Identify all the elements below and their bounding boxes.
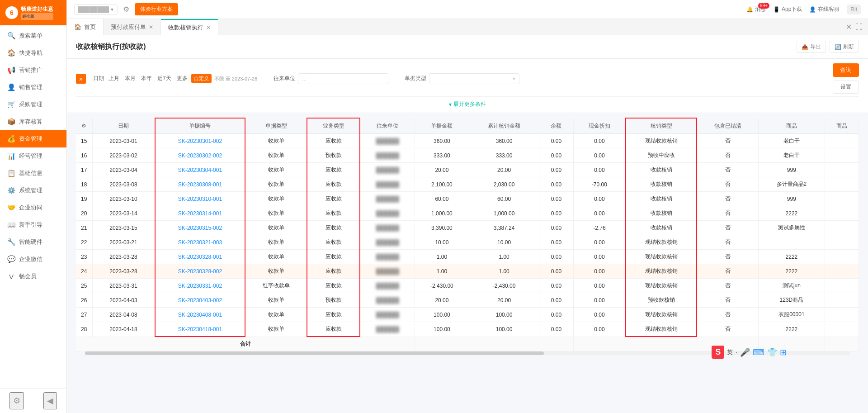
maximize-icon[interactable]: ⛶ [855,23,863,31]
cell-balance: 0.00 [539,163,573,177]
sidebar-item-purchase[interactable]: 🛒 采购管理 [0,96,66,113]
cell-biz-type: 应收款 [307,279,360,293]
cell-write-off-type: 收款核销 [626,192,697,206]
sidebar-item-sales[interactable]: 👤 销售管理 [0,79,66,96]
bill-no-link[interactable]: SK-20230315-002 [178,225,222,231]
cell-bill-type: 收款单 [245,206,307,221]
this-month-btn[interactable]: 本月 [123,74,137,83]
cell-balance: 0.00 [539,279,573,293]
sidebar-logo: 6 畅康道好生意 标推版 [0,0,66,25]
online-service-button[interactable]: 👤 在线客服 [809,5,840,13]
sidebar-item-marketing[interactable]: 📢 营销推广 [0,62,66,79]
cell-write-off-type: 现结收款核销 [626,134,697,148]
cell-total-amount: 1.00 [469,264,539,279]
expand-filter-button[interactable]: ▾ 展开更多条件 [76,96,859,108]
bill-no-link[interactable]: SK-20230304-001 [178,167,222,173]
cell-biz-type: 应收款 [307,264,360,279]
cell-product2 [825,250,859,264]
home-icon: 🏠 [7,49,15,57]
refresh-button[interactable]: 🔄 刷新 [830,41,859,53]
cell-bill-no: SK-20230321-003 [155,235,245,250]
module-selector[interactable]: ████████ ▾ [74,4,118,15]
last-7-days-btn[interactable]: 近7天 [156,74,173,83]
bill-no-link[interactable]: SK-20230301-002 [178,138,222,144]
settings-gear-icon[interactable]: ⚙ [123,5,129,14]
bill-no-link[interactable]: SK-20230321-003 [178,239,222,246]
tab-prepay[interactable]: 预付款应付单 ✕ [104,19,161,35]
custom-date-button[interactable]: 自定义 [191,74,212,83]
cell-discount: 0.00 [573,293,626,308]
sidebar-item-guide[interactable]: 📖 新手引导 [0,216,66,233]
table-row: 20 2023-03-14 SK-20230314-001 收款单 应收款 ██… [76,206,859,221]
cell-amount: -2,430.00 [415,279,469,293]
cell-write-off-type: 收款核销 [626,221,697,235]
more-date-btn[interactable]: 更多 [175,74,189,83]
sidebar-item-system[interactable]: ⚙️ 系统管理 [0,182,66,199]
last-month-btn[interactable]: 上月 [107,74,121,83]
bill-no-link[interactable]: SK-20230408-001 [178,312,222,318]
cell-date: 2023-03-08 [92,177,155,192]
sidebar-item-hardware[interactable]: 🔧 智能硬件 [0,233,66,251]
cell-included: 否 [697,293,758,308]
this-year-btn[interactable]: 本年 [139,74,154,83]
bill-no-link[interactable]: SK-20230403-002 [178,297,222,304]
tab-bar: 🏠 首页 预付款应付单 ✕ 收款核销执行 ✕ ✕ ⛶ [67,19,868,35]
app-download-button[interactable]: 📱 App下载 [773,5,802,13]
table-row: 25 2023-03-31 SK-20230331-002 红字收款单 应收款 … [76,279,859,293]
cell-biz-type: 应收款 [307,235,360,250]
filter-toggle-button[interactable]: » [76,74,86,84]
tab-close-collection[interactable]: ✕ [206,24,211,31]
data-table: ⚙ 日期 单据编号 单据类型 业务类型 往来单位 单据金额 累计核销金额 余额 … [76,118,859,351]
bill-no-link[interactable]: SK-20230331-002 [178,283,222,289]
bill-no-link[interactable]: SK-20230310-001 [178,196,222,202]
sidebar-item-operations[interactable]: 📊 经营管理 [0,147,66,165]
tab-home[interactable]: 🏠 首页 [67,19,104,35]
cell-bill-no: SK-20230310-001 [155,192,245,206]
cell-bill-no: SK-20230301-002 [155,134,245,148]
export-button[interactable]: 📤 导出 [797,41,826,53]
sidebar-item-member[interactable]: V 畅会员 [0,268,66,285]
cell-product2 [825,134,859,148]
cell-date: 2023-04-08 [92,308,155,322]
bill-no-link[interactable]: SK-20230314-001 [178,210,222,217]
bill-no-link[interactable]: SK-20230328-002 [178,268,222,275]
cell-product: 2222 [759,206,825,221]
cell-bill-no: SK-20230418-001 [155,322,245,337]
tab-close-prepay[interactable]: ✕ [149,24,153,30]
cell-amount: 100.00 [415,308,469,322]
cell-no: 24 [76,264,92,279]
th-product: 商品 [759,118,825,134]
sidebar-item-finance[interactable]: 💰 资金管理 [0,130,66,147]
partner-filter-label: 往来单位 [274,75,295,82]
bill-no-link[interactable]: SK-20230308-001 [178,181,222,188]
inventory-icon: 📦 [7,118,15,126]
filter-setting-button[interactable]: 设置 [833,81,859,94]
sidebar-item-wechat[interactable]: 💬 企业微信 [0,251,66,268]
cell-total-amount: 360.00 [469,134,539,148]
sidebar-item-basic[interactable]: 📋 基础信息 [0,165,66,182]
cell-amount: 10.00 [415,235,469,250]
bill-no-link[interactable]: SK-20230302-002 [178,152,222,159]
sidebar-item-inventory[interactable]: 📦 库存核算 [0,113,66,130]
cell-product [759,235,825,250]
bill-no-link[interactable]: SK-20230328-001 [178,254,222,260]
query-button[interactable]: 查询 [833,63,859,77]
cell-write-off-type: 现结收款核销 [626,250,697,264]
tab-collection[interactable]: 收款核销执行 ✕ [161,19,218,35]
collapse-sidebar-button[interactable]: ◀ [43,392,57,409]
bill-no-link[interactable]: SK-20230418-001 [178,326,222,332]
th-amount: 单据金额 [415,118,469,134]
cell-discount: 0.00 [573,279,626,293]
scrollbar-thumb[interactable] [85,351,544,355]
settings-footer-button[interactable]: ⚙ [9,392,24,409]
sidebar-item-search[interactable]: 🔍 搜索菜单 [0,27,66,44]
close-all-tabs-icon[interactable]: ✕ [846,23,852,31]
cell-product2 [825,293,859,308]
sidebar-item-quicknav[interactable]: 🏠 快捷导航 [0,44,66,62]
cell-write-off-type: 现结收款核销 [626,279,697,293]
sidebar-item-enterprise[interactable]: 🤝 企业协同 [0,199,66,216]
solution-button[interactable]: 体验行业方案 [135,3,178,15]
notification-button[interactable]: 🔔 消息 99+ [746,5,766,13]
cell-no: 20 [76,206,92,221]
cell-amount: 60.00 [415,192,469,206]
